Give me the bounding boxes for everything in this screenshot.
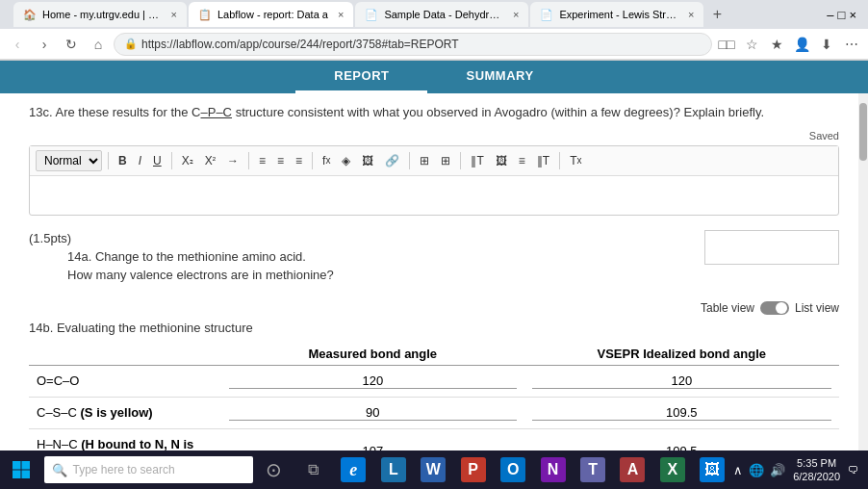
tab-close[interactable]: ×: [171, 9, 177, 20]
view-toggle-switch[interactable]: [760, 301, 789, 315]
table-button[interactable]: ⊞: [416, 150, 433, 171]
notification-icon[interactable]: 🗨: [848, 464, 858, 476]
italic-button[interactable]: I: [135, 150, 145, 171]
network-icon[interactable]: 🌐: [749, 463, 764, 477]
vsepr-oco-input[interactable]: [532, 373, 831, 389]
tab-report[interactable]: REPORT: [295, 61, 427, 93]
scrollbar[interactable]: [858, 93, 868, 451]
measured-csc[interactable]: [221, 397, 524, 428]
windows-logo: [12, 460, 31, 479]
favorites-icon[interactable]: ☆: [741, 34, 762, 55]
taskbar-taskview[interactable]: ⧉: [294, 451, 332, 488]
measured-oco-input[interactable]: [229, 373, 517, 389]
tab-sample-data[interactable]: 📄 Sample Data - Dehydration ×: [355, 2, 528, 27]
text-style-button[interactable]: ‖T: [467, 150, 487, 171]
taskbar-powerpoint[interactable]: P: [454, 451, 492, 488]
editor-body[interactable]: [30, 176, 838, 215]
taskbar-search[interactable]: 🔍 Type here to search: [44, 456, 253, 483]
tab-experiment[interactable]: 📄 Experiment - Lewis Structur ×: [530, 2, 703, 27]
toolbar-divider-4: [312, 152, 313, 169]
tab-summary[interactable]: SUMMARY: [427, 61, 572, 93]
superscript-button[interactable]: X²: [201, 150, 219, 171]
link-button[interactable]: 🔗: [381, 150, 403, 171]
measured-oco[interactable]: [221, 365, 524, 397]
tab-close[interactable]: ×: [513, 9, 519, 20]
underline-button[interactable]: U: [149, 150, 166, 171]
maximize-button[interactable]: □: [838, 8, 846, 22]
special-char-button[interactable]: ◈: [338, 150, 354, 171]
arrow-button[interactable]: →: [223, 150, 243, 171]
clear-format-button[interactable]: Tx: [566, 150, 585, 171]
measured-csc-input[interactable]: [229, 405, 517, 421]
url-bar[interactable]: 🔒 https://labflow.com/app/course/244/rep…: [114, 33, 712, 56]
vsepr-oco[interactable]: [524, 365, 839, 397]
bold-button[interactable]: B: [115, 150, 131, 171]
taskbar-photos[interactable]: 🖼: [694, 451, 731, 488]
tab-bar: 🏠 Home - my.utrgv.edu | Hom × 📋 Labflow …: [0, 0, 868, 29]
align-center-button[interactable]: ≡: [273, 150, 288, 171]
indent-button[interactable]: ‖T: [533, 150, 553, 171]
question-14a-label: 14a. Change to the methionine amino acid…: [67, 249, 704, 264]
answer-14a-input[interactable]: [704, 230, 839, 265]
tab-close[interactable]: ×: [338, 9, 344, 20]
question-13c-text: 13c. Are these results for the C–P–C str…: [29, 103, 839, 122]
formula-note-2: (H bound to N, N is blue): [37, 437, 193, 452]
bond-formula-oco: O=C–O: [29, 365, 221, 397]
tab-close[interactable]: ×: [688, 9, 694, 20]
taskbar-edge[interactable]: e: [335, 451, 372, 488]
profile-icon[interactable]: 👤: [791, 34, 812, 55]
report-navigation: REPORT SUMMARY: [0, 61, 868, 93]
formula-note: (S is yellow): [81, 405, 153, 420]
taskbar-access[interactable]: A: [614, 451, 651, 488]
downloads-icon[interactable]: ⬇: [816, 34, 837, 55]
taskbar-word[interactable]: W: [415, 451, 452, 488]
taskbar-outlook[interactable]: O: [494, 451, 531, 488]
taskbar-excel[interactable]: X: [653, 451, 691, 488]
system-clock[interactable]: 5:35 PM 6/28/2020: [793, 456, 840, 484]
browser-action-icons: □□ ☆ ★ 👤 ⬇ ⋯: [716, 34, 862, 55]
volume-icon[interactable]: 🔊: [770, 463, 785, 477]
align-left-button[interactable]: ≡: [255, 150, 269, 171]
list-style-button[interactable]: ≡: [515, 150, 529, 171]
reading-view-icon[interactable]: □□: [716, 34, 737, 55]
bond-formula-hnc: H–N–C (H bound to N, N is blue): [29, 428, 221, 451]
close-button[interactable]: ×: [849, 8, 856, 22]
taskbar-labflow[interactable]: L: [374, 451, 412, 488]
edge-icon: e: [341, 457, 366, 482]
forward-button[interactable]: ›: [33, 33, 56, 56]
url-text: https://labflow.com/app/course/244/repor…: [141, 38, 459, 51]
question-14b: 14b. Evaluating the methionine structure…: [29, 321, 839, 452]
image-style-button[interactable]: 🖼: [492, 150, 511, 171]
table-row: C–S–C (S is yellow): [29, 397, 839, 428]
vsepr-csc[interactable]: [524, 397, 839, 428]
taskbar-teams[interactable]: T: [574, 451, 611, 488]
format-select[interactable]: Normal: [36, 150, 102, 171]
favorites-bar-icon[interactable]: ★: [766, 34, 787, 55]
new-tab-button[interactable]: +: [705, 3, 728, 26]
taskbar-cortana[interactable]: ⊙: [255, 451, 293, 488]
measured-hnc[interactable]: [221, 428, 524, 451]
tab-labflow[interactable]: 📋 Labflow - report: Data a ×: [189, 2, 353, 27]
vsepr-hnc[interactable]: [524, 428, 839, 451]
table-insert-button[interactable]: ⊞: [437, 150, 454, 171]
minimize-button[interactable]: –: [827, 8, 833, 22]
start-button[interactable]: [4, 452, 38, 487]
scrollbar-thumb[interactable]: [859, 103, 867, 161]
tab-label: Experiment - Lewis Structur: [559, 9, 678, 20]
refresh-button[interactable]: ↻: [60, 33, 83, 56]
tab-icon: 📄: [365, 9, 378, 21]
taskview-icon: ⧉: [308, 461, 319, 478]
image-button[interactable]: 🖼: [358, 150, 377, 171]
tab-home[interactable]: 🏠 Home - my.utrgv.edu | Hom ×: [13, 2, 187, 27]
more-icon[interactable]: ⋯: [841, 34, 862, 55]
taskbar-onenote[interactable]: N: [534, 451, 572, 488]
chevron-icon[interactable]: ∧: [733, 463, 743, 477]
back-button[interactable]: ‹: [6, 33, 29, 56]
formula-button[interactable]: fx: [319, 150, 334, 171]
subscript-button[interactable]: X₂: [178, 150, 197, 171]
vsepr-csc-input[interactable]: [532, 405, 831, 421]
home-button[interactable]: ⌂: [87, 33, 110, 56]
browser-chrome: 🏠 Home - my.utrgv.edu | Hom × 📋 Labflow …: [0, 0, 868, 61]
align-right-button[interactable]: ≡: [292, 150, 306, 171]
access-icon: A: [620, 457, 645, 482]
